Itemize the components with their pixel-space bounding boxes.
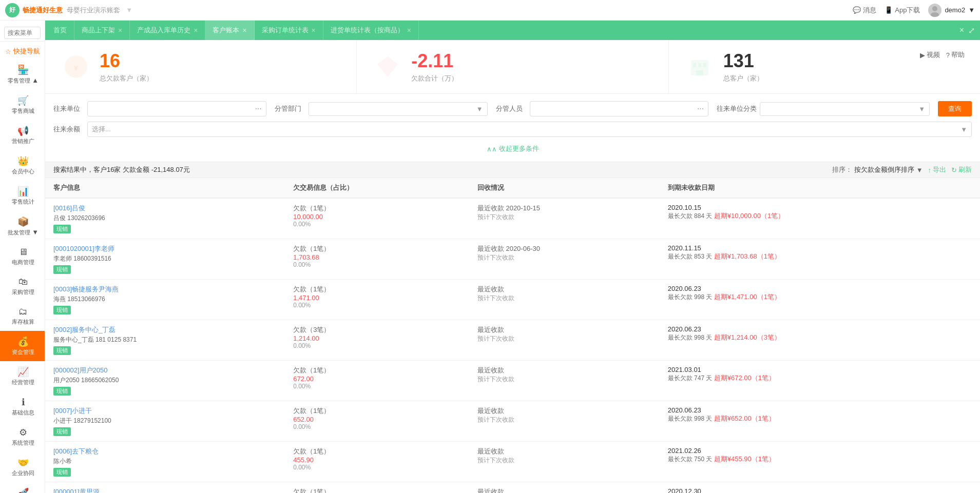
cell-debt-info: 欠款（1笔） 455.90 0.00% [285,442,469,482]
tab-goods-stats[interactable]: 进货单统计表（按商品） × [323,21,419,40]
customer-name-link[interactable]: [000001]黄思源 [53,487,277,493]
customer-name-link[interactable]: [0016]吕俊 [53,204,277,213]
tab-close-goods-stats[interactable]: × [407,27,411,34]
stat-top-right-actions: ▶ 视频 ? 帮助 [920,50,965,60]
sidebar-item-system[interactable]: ⚙ 系统管理 [0,422,45,452]
sidebar-item-members[interactable]: 👑 会员中心 [0,150,45,181]
app-wrapper: 好 畅捷通好生意 母婴行业演示账套 ▼ 💬 消息 📱 App下载 demo2 ▼ [0,0,980,493]
filter-input-dept[interactable]: ▼ [309,102,488,116]
customer-tag: 现销 [53,427,71,436]
result-info: 搜索结果中，客户16家 欠款金额 -21,148.07元 [53,165,190,174]
cell-due-date: 2020.11.15 最长欠款 853 天 超期¥1,703.68（1笔） [660,239,980,280]
overdue-amount[interactable]: 超期¥672.00（1笔） [714,374,775,382]
sidebar-item-marketing[interactable]: 📢 营销推广 [0,120,45,150]
stat-card-total-customers: 131 总客户（家） ▶ 视频 ? 帮助 [669,40,980,93]
sort-value[interactable]: 按欠款金额倒序排序 [854,165,914,174]
customer-tag: 现销 [53,387,71,396]
filter-input-person[interactable]: ··· [530,101,709,116]
sidebar-item-purchase[interactable]: 🛍 采购管理 [0,271,45,301]
filter-label-balance: 往来余额 [53,125,84,134]
sidebar-item-basic-info[interactable]: ℹ 基础信息 [0,391,45,422]
cell-customer-info: [000002]用户2050 用户2050 18665062050 现销 [45,361,285,401]
help-button[interactable]: ? 帮助 [946,50,965,60]
chevron-down-icon: ▼ [968,6,975,14]
sidebar-item-retail-mall[interactable]: 🛒 零售商城 [0,90,45,120]
overdue-amount[interactable]: 超期¥455.90（1笔） [714,455,775,463]
filter-label-dept: 分管部门 [275,104,305,113]
retail-management-icon: 🏪 [4,64,43,75]
due-date: 2020.10.15 [668,204,972,211]
sidebar-item-collab[interactable]: 🤝 企业协同 [0,452,45,482]
cell-customer-info: [0001020001]李老师 李老师 18600391516 现销 [45,239,285,280]
app-download-button[interactable]: 📱 App下载 [885,6,920,15]
sidebar-item-retail-stats[interactable]: 📊 零售统计 [0,181,45,211]
customer-name-link[interactable]: [0002]服务中心_丁磊 [53,325,277,334]
tab-home[interactable]: 首页 [46,21,74,40]
search-input[interactable] [4,27,41,39]
cell-collection: 最近收款 2020-06-30 预计下次收款 [469,239,660,280]
message-button[interactable]: 💬 消息 [853,6,876,15]
debt-amount: 1,214.00 [293,334,461,342]
filter-input-balance[interactable]: 选择... ▼ [87,122,972,137]
cell-debt-info: 欠款（1笔） 10,000.00 0.00% [285,198,469,239]
cell-debt-info: 欠款（1笔） 672.00 0.00% [285,361,469,401]
sidebar-item-wholesale[interactable]: 📦 批发管理 ▼ [0,211,45,242]
due-date: 2020.06.23 [668,325,972,333]
video-icon: ▶ [920,51,925,59]
table-row: [000001]黄思源 黄思源 13552700226 现销 欠款（1笔） 42… [45,482,980,494]
tab-customer-account[interactable]: 客户账本 × [205,21,254,40]
username-label: demo2 [945,6,965,14]
overdue-amount[interactable]: 超期¥10,000.00（1笔） [714,212,784,220]
tab-goods-status[interactable]: 商品上下架 × [74,21,130,40]
stats-row: ¥ 16 总欠款客户（家） [45,40,980,94]
tab-product-history[interactable]: 产成品入库单历史 × [130,21,205,40]
sidebar-item-newbie[interactable]: 🚀 新手引导 [0,482,45,493]
avatar [928,4,941,17]
video-button[interactable]: ▶ 视频 [920,50,940,60]
customer-name-link[interactable]: [0003]畅捷服务尹海燕 [53,285,277,294]
table-header-row: 客户信息 欠交易信息（占比） 回收情况 到期未收款日期 [45,178,980,198]
overdue-amount[interactable]: 超期¥1,214.00（3笔） [714,333,781,341]
collapse-button[interactable]: ∧∧ 收起更多条件 [487,144,539,153]
last-collect: 最近收款 [477,366,651,375]
window-close-button[interactable]: × [959,26,964,35]
tab-close-purchase-stats[interactable]: × [312,27,316,34]
overdue-amount[interactable]: 超期¥1,471.00（1笔） [714,293,781,301]
tab-close-goods-status[interactable]: × [118,27,122,34]
overdue-amount[interactable]: 超期¥1,703.68（1笔） [714,252,781,260]
customer-name-link[interactable]: [0007]小进干 [53,406,277,416]
quick-nav[interactable]: ☆ 快捷导航 [1,44,44,59]
sidebar-item-operations[interactable]: 📈 经营管理 [0,361,45,391]
customer-name-link[interactable]: [0001020001]李老师 [53,244,277,253]
tab-purchase-stats[interactable]: 采购订单统计表 × [255,21,323,40]
cell-due-date: 2021.03.01 最长欠款 747 天 超期¥672.00（1笔） [660,361,980,401]
customer-tag: 现销 [53,225,71,233]
sidebar-item-ecommerce[interactable]: 🖥 电商管理 [0,242,45,271]
overdue-amount[interactable]: 超期¥652.00（1笔） [714,415,775,422]
window-expand-button[interactable]: ⤢ [968,26,975,35]
filter-input-category[interactable]: ▼ [760,102,930,116]
refresh-button[interactable]: ↻ 刷新 [951,165,972,174]
search-button[interactable]: 查询 [938,101,972,116]
sidebar-item-finance[interactable]: 💰 资金管理 [0,331,45,361]
user-menu[interactable]: demo2 ▼ [928,4,975,17]
sidebar-item-inventory[interactable]: 🗂 库存核算 [0,301,45,331]
table-row: [0001020001]李老师 李老师 18600391516 现销 欠款（1笔… [45,239,980,280]
export-button[interactable]: ↑ 导出 [928,165,947,174]
cell-collection: 最近收款 预计下次收款 [469,361,660,401]
last-collect: 最近收款 [477,285,651,294]
filter-input-unit[interactable]: ··· [87,101,266,116]
filter-person: 分管人员 ··· [496,101,709,116]
customer-name-link[interactable]: [0006]去下粮仓 [53,447,277,456]
sidebar-item-retail-management[interactable]: 🏪 零售管理 ▲ [0,59,45,90]
cell-due-date: 2020.10.15 最长欠款 884 天 超期¥10,000.00（1笔） [660,198,980,239]
filter-unit: 往来单位 ··· [53,101,266,116]
customer-name-link[interactable]: [000002]用户2050 [53,366,277,375]
col-customer-info: 客户信息 [45,178,285,198]
overdue-info: 最长欠款 998 天 超期¥1,214.00（3笔） [668,333,972,342]
money-icon: ¥ [61,51,91,82]
tab-close-customer-account[interactable]: × [242,27,246,34]
tab-close-product-history[interactable]: × [194,27,198,34]
due-date: 2021.03.01 [668,366,972,373]
message-icon: 💬 [853,6,861,14]
